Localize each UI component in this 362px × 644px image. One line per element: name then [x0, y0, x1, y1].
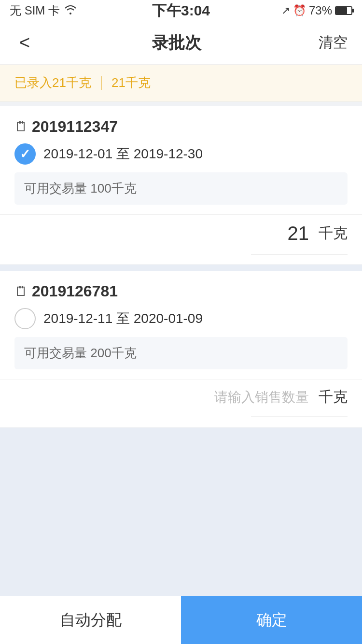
- qty-placeholder-2[interactable]: 请输入销售数量: [214, 388, 309, 406]
- recorded-value: 21千克: [111, 74, 151, 91]
- status-bar: 无 SIM 卡 下午3:04 ↗ ⏰ 73%: [0, 0, 362, 21]
- input-row-2: 请输入销售数量 千克: [0, 379, 362, 417]
- clear-button[interactable]: 清空: [319, 33, 348, 53]
- recorded-label: 已录入21千克: [14, 74, 91, 91]
- info-divider: [101, 76, 102, 90]
- page-title: 录批次: [152, 32, 201, 54]
- carrier-text: 无 SIM 卡: [10, 3, 60, 18]
- date-range-1: 2019-12-01 至 2019-12-30: [43, 145, 203, 163]
- unit-label-2: 千克: [319, 387, 348, 407]
- section-divider: [0, 265, 362, 271]
- card-header-1: 🗒 2019112347: [0, 106, 362, 140]
- battery-text: 73%: [309, 4, 332, 17]
- status-left: 无 SIM 卡: [10, 3, 77, 18]
- bottom-bar: 自动分配 确定: [0, 596, 362, 644]
- back-button[interactable]: <: [14, 28, 35, 58]
- status-right: ↗ ⏰ 73%: [281, 4, 352, 17]
- wifi-icon: [64, 4, 77, 17]
- card-header-2: 🗒 2019126781: [0, 271, 362, 305]
- radio-btn-2[interactable]: [14, 308, 36, 329]
- batch-id-2: 2019126781: [32, 282, 118, 300]
- card-row-2: 2019-12-11 至 2020-01-09: [0, 305, 362, 334]
- confirm-button[interactable]: 确定: [181, 596, 362, 644]
- batch-card-1: 🗒 2019112347 2019-12-01 至 2019-12-30 可用交…: [0, 106, 362, 264]
- available-qty-2: 可用交易量 200千克: [14, 337, 348, 369]
- available-qty-1: 可用交易量 100千克: [14, 172, 348, 205]
- time-display: 下午3:04: [152, 1, 210, 21]
- date-range-2: 2019-12-11 至 2020-01-09: [43, 309, 203, 328]
- nav-bar: < 录批次 清空: [0, 21, 362, 65]
- input-row-1: 21 千克: [0, 214, 362, 254]
- location-icon: ↗: [281, 4, 290, 17]
- batch-card-2: 🗒 2019126781 2019-12-11 至 2020-01-09 可用交…: [0, 271, 362, 427]
- battery-icon: [335, 6, 352, 15]
- card-row-1: 2019-12-01 至 2019-12-30: [0, 140, 362, 169]
- qty-value-1[interactable]: 21: [288, 223, 309, 244]
- doc-icon-1: 🗒: [14, 119, 28, 135]
- unit-label-1: 千克: [319, 224, 348, 243]
- batch-id-1: 2019112347: [32, 118, 118, 136]
- doc-icon-2: 🗒: [14, 283, 28, 299]
- alarm-icon: ⏰: [293, 4, 306, 17]
- info-banner: 已录入21千克 21千克: [0, 65, 362, 101]
- radio-btn-1[interactable]: [14, 143, 36, 165]
- auto-distribute-button[interactable]: 自动分配: [0, 596, 181, 644]
